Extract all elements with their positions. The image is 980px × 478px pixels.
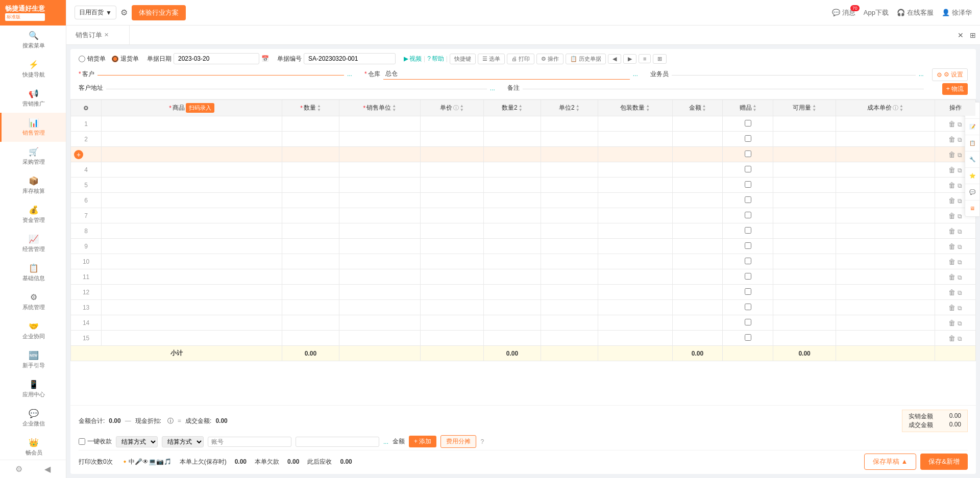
product-cell[interactable] [102, 223, 282, 239]
quantity-cell[interactable] [282, 193, 339, 208]
available-cell[interactable] [773, 208, 836, 223]
sidebar-item-operations[interactable]: 📈经营管理 [0, 229, 66, 258]
sales-unit-cell[interactable] [339, 300, 421, 315]
copy-row-btn[interactable]: ⧉ [958, 167, 962, 174]
amount-cell[interactable] [672, 239, 723, 254]
delete-row-btn[interactable]: 🗑 [948, 150, 955, 159]
gift-checkbox[interactable] [745, 319, 751, 325]
cost-unit-cell[interactable] [836, 331, 935, 346]
copy-row-btn[interactable]: ⧉ [958, 121, 962, 128]
amount-cell[interactable] [672, 300, 723, 315]
product-cell[interactable] [102, 147, 282, 162]
return-bill-radio[interactable]: 退货单 [112, 55, 139, 63]
cost-unit-cell[interactable] [836, 300, 935, 315]
delete-row-btn[interactable]: 🗑 [948, 273, 955, 281]
sidebar-item-member[interactable]: 👑畅会员 [0, 433, 66, 460]
product-cell[interactable] [102, 162, 282, 178]
copy-row-btn[interactable]: ⧉ [958, 228, 962, 235]
quantity-cell[interactable] [282, 116, 339, 132]
right-float-item-1[interactable]: 📝 [965, 119, 979, 135]
next-record-btn[interactable]: ▶ [623, 54, 636, 64]
unit-price-cell[interactable] [420, 208, 483, 223]
unit-price-cell[interactable] [420, 178, 483, 193]
amount-cell[interactable] [672, 208, 723, 223]
sales-unit-cell[interactable] [339, 285, 421, 300]
quantity-cell[interactable] [282, 208, 339, 223]
gift-cell[interactable] [723, 208, 773, 223]
copy-row-btn[interactable]: ⧉ [958, 274, 962, 281]
pkg-qty-cell[interactable] [598, 331, 672, 346]
unit2-cell[interactable] [541, 331, 598, 346]
sidebar-item-wechat[interactable]: 💬企业微信 [0, 404, 66, 433]
gift-checkbox[interactable] [745, 120, 751, 127]
amount-cell[interactable] [672, 147, 723, 162]
scan-input-btn[interactable]: 扫码录入 [186, 103, 214, 113]
customer-input[interactable] [97, 73, 344, 76]
close-tab-btn[interactable]: ✕ [955, 29, 966, 41]
gift-cell[interactable] [723, 193, 773, 208]
copy-row-btn[interactable]: ⧉ [958, 305, 962, 312]
gift-checkbox[interactable] [745, 150, 751, 157]
date-input[interactable] [174, 53, 259, 64]
tab-sales[interactable]: 销货单✕ [68, 44, 130, 45]
qty2-cell[interactable] [483, 315, 541, 331]
return-bill-radio-input[interactable] [112, 56, 118, 62]
qty2-cell[interactable] [483, 300, 541, 315]
customer-ellipsis[interactable]: ... [347, 70, 352, 78]
quantity-cell[interactable] [282, 254, 339, 269]
qty2-cell[interactable] [483, 178, 541, 193]
available-cell[interactable] [773, 116, 836, 132]
qty2-cell[interactable] [483, 147, 541, 162]
video-btn[interactable]: ▶ 视频 [404, 55, 422, 63]
sales-unit-cell[interactable] [339, 315, 421, 331]
amount-cell[interactable] [672, 331, 723, 346]
unit-price-cell[interactable] [420, 315, 483, 331]
amount-cell[interactable] [672, 116, 723, 132]
delete-row-btn[interactable]: 🗑 [948, 227, 955, 235]
topbar-gear-icon[interactable]: ⚙ [120, 8, 128, 17]
amount-cell[interactable] [672, 254, 723, 269]
pkg-qty-cell[interactable] [598, 193, 672, 208]
gift-checkbox[interactable] [745, 304, 751, 310]
sidebar-item-marketing[interactable]: 📢营销推广 [0, 84, 66, 113]
delete-row-btn[interactable]: 🗑 [948, 319, 955, 327]
qty2-cell[interactable] [483, 116, 541, 132]
qty2-cell[interactable] [483, 254, 541, 269]
quantity-cell[interactable] [282, 162, 339, 178]
product-cell[interactable] [102, 178, 282, 193]
gift-cell[interactable] [723, 285, 773, 300]
help-btn[interactable]: ? 帮助 [427, 55, 444, 63]
sales-bill-radio-input[interactable] [79, 56, 85, 62]
gift-cell[interactable] [723, 254, 773, 269]
pkg-qty-cell[interactable] [598, 239, 672, 254]
unit-price-cell[interactable] [420, 132, 483, 147]
unit2-cell[interactable] [541, 162, 598, 178]
gift-cell[interactable] [723, 269, 773, 285]
sales-unit-cell[interactable] [339, 239, 421, 254]
unit-price-cell[interactable] [420, 223, 483, 239]
product-input[interactable] [105, 150, 279, 158]
available-cell[interactable] [773, 193, 836, 208]
sales-unit-cell[interactable] [339, 116, 421, 132]
product-cell[interactable] [102, 208, 282, 223]
unit-price-cell[interactable] [420, 300, 483, 315]
unit-price-cell[interactable] [420, 147, 483, 162]
expand-tab-btn[interactable]: ⊞ [968, 29, 978, 41]
account-no-input[interactable] [296, 437, 379, 447]
pkg-qty-cell[interactable] [598, 178, 672, 193]
sales-unit-cell[interactable] [339, 223, 421, 239]
pkg-qty-cell[interactable] [598, 162, 672, 178]
available-cell[interactable] [773, 178, 836, 193]
sidebar-item-purchase[interactable]: 🛒采购管理 [0, 142, 66, 171]
pkg-qty-cell[interactable] [598, 147, 672, 162]
quantity-cell[interactable] [282, 239, 339, 254]
cost-unit-cell[interactable] [836, 315, 935, 331]
cost-unit-cell[interactable] [836, 178, 935, 193]
gift-cell[interactable] [723, 116, 773, 132]
unit-price-cell[interactable] [420, 269, 483, 285]
quantity-cell[interactable] [282, 178, 339, 193]
shortcut-btn[interactable]: 快捷键 [450, 54, 476, 64]
gift-cell[interactable] [723, 178, 773, 193]
gift-checkbox[interactable] [745, 227, 751, 234]
qty2-cell[interactable] [483, 193, 541, 208]
